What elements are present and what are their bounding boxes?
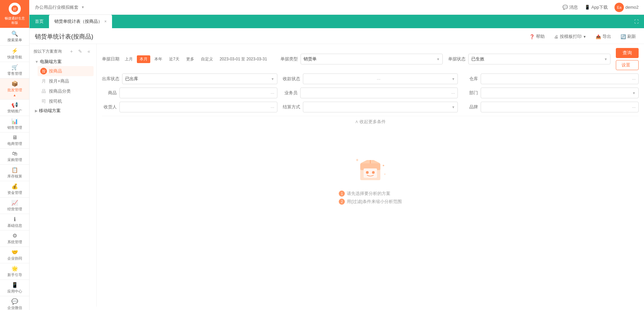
app-download-button[interactable]: 📱 App下载 xyxy=(585,4,608,10)
logo-icon: 好 xyxy=(9,3,21,15)
mobile-group-label: 移动端方案 xyxy=(39,108,61,114)
date-tab-last-month[interactable]: 上月 xyxy=(122,55,136,63)
collapse-panel-icon[interactable]: « xyxy=(86,48,92,55)
consignee-select[interactable]: ··· xyxy=(119,102,277,112)
dept-select[interactable]: ▼ xyxy=(481,88,639,98)
pc-tree-children: 按 按商品 月 按月+商品 品 按商品分类 xyxy=(32,66,94,106)
quick-nav-item[interactable]: ⚡ 快捷导航 xyxy=(0,46,29,62)
header-left: 办公用品行业模拟账套 ▼ xyxy=(35,4,85,10)
page-header: 销货单统计表(按商品) ❓ 帮助 🖨 按模板打印 ▼ 📤 导出 xyxy=(30,28,644,44)
retail-nav-item[interactable]: 🛒 零售管理 xyxy=(0,62,29,79)
svg-text:✦: ✦ xyxy=(384,173,386,176)
brand-label: 品牌 xyxy=(463,104,481,110)
main-area: 办公用品行业模拟账套 ▼ 💬 消息 📱 App下载 Ea demo2 首页 xyxy=(30,0,644,310)
refresh-button[interactable]: 🔄 刷新 xyxy=(618,32,639,41)
system-nav-item[interactable]: ⚙ 系统管理 xyxy=(0,230,29,247)
help-button[interactable]: ❓ 帮助 xyxy=(527,32,547,41)
warehouse-label: 仓库 xyxy=(463,76,481,82)
home-tab[interactable]: 首页 xyxy=(30,15,49,28)
avatar: Ea xyxy=(614,3,624,12)
svg-text:好: 好 xyxy=(13,7,16,11)
payment-select[interactable]: ▼ xyxy=(303,102,458,112)
doc-status-arrow: ▼ xyxy=(604,57,607,61)
industry-dropdown-icon[interactable]: ▼ xyxy=(81,5,85,9)
app-logo: 好 畅捷通好生意 标版 xyxy=(0,0,30,28)
finance-nav-item[interactable]: 💰 资金管理 xyxy=(0,181,29,198)
enterprise-nav-item[interactable]: 🤝 企业协同 xyxy=(0,247,29,263)
payment-label: 结算方式 xyxy=(283,104,303,110)
date-tab-7days[interactable]: 近7天 xyxy=(166,55,182,63)
purchase-nav-item[interactable]: 🛍 采购管理 xyxy=(0,149,29,165)
collapse-more-conditions[interactable]: ∧ 收起更多条件 xyxy=(102,116,639,127)
staff-cell: 业务员 ··· xyxy=(283,88,458,98)
refresh-icon: 🔄 xyxy=(621,34,626,39)
print-button[interactable]: 🖨 按模板打印 ▼ xyxy=(551,32,589,41)
doc-status-select[interactable]: 已生效 ▼ xyxy=(468,54,610,64)
staff-dots: ··· xyxy=(451,91,455,96)
settings-button[interactable]: 设置 xyxy=(616,60,639,70)
warehouse-dots: ··· xyxy=(632,76,636,82)
date-tab-this-year[interactable]: 本年 xyxy=(152,55,165,63)
wechat-nav-item[interactable]: 💬 企业微信 xyxy=(0,296,29,310)
pc-group-label: 电脑端方案 xyxy=(40,59,62,65)
brand-select[interactable]: ··· xyxy=(481,102,639,112)
scheme-item-category[interactable]: 品 按商品分类 xyxy=(38,86,94,96)
content-wrapper: 销货单统计表(按商品) ❓ 帮助 🖨 按模板打印 ▼ 📤 导出 xyxy=(30,28,644,310)
receive-status-cell: 收款状态 ··· ▼ xyxy=(283,73,458,84)
filter-row-2: 出库状态 已出库 ▼ 收款状态 ··· ▼ xyxy=(102,73,639,84)
query-button[interactable]: 查询 xyxy=(616,48,639,58)
tab-close-icon[interactable]: × xyxy=(104,19,107,24)
payment-cell: 结算方式 ▼ xyxy=(283,102,458,112)
user-profile-button[interactable]: Ea demo2 xyxy=(614,3,639,12)
tip-num-1: 1 xyxy=(339,191,345,197)
app-center-nav-item[interactable]: 📱 应用中心 xyxy=(0,280,29,296)
basic-info-nav-item[interactable]: ℹ 基础信息 xyxy=(0,214,29,230)
wholesale-nav-item[interactable]: 📦 批发管理 ▲ xyxy=(0,79,29,100)
message-icon: 💬 xyxy=(562,5,568,10)
out-status-select[interactable]: 已出库 ▼ xyxy=(122,73,277,84)
maximize-button[interactable]: ⛶ xyxy=(634,19,644,24)
out-status-label: 出库状态 xyxy=(102,76,122,82)
ecommerce-nav-item[interactable]: 🖥 电商管理 xyxy=(0,133,29,149)
search-menu-item[interactable]: 🔍 搜索菜单 xyxy=(0,28,29,46)
receive-status-arrow: ▼ xyxy=(451,77,455,81)
filter-row-3: 商品 ··· 业务员 ··· xyxy=(102,88,639,98)
staff-label: 业务员 xyxy=(283,90,300,96)
panel-title: 按以下方案查询 xyxy=(34,49,62,54)
doc-type-label: 单据类型 xyxy=(280,56,301,62)
goods-select[interactable]: ··· xyxy=(119,88,277,98)
scheme-item-goods[interactable]: 按 按商品 xyxy=(38,66,94,76)
date-range-display: 2023-03-01 至 2023-03-31 xyxy=(220,56,267,62)
export-icon: 📤 xyxy=(596,34,601,39)
marketing-nav-item[interactable]: 📢 营销推广 xyxy=(0,100,29,116)
inventory-nav-item[interactable]: 📋 库存核算 xyxy=(0,165,29,181)
receive-status-select[interactable]: ··· ▼ xyxy=(303,73,458,84)
sales-nav-item[interactable]: 📊 销售管理 xyxy=(0,116,29,133)
active-tab[interactable]: 销货单统计表（按商品） × xyxy=(49,15,112,28)
add-scheme-icon[interactable]: + xyxy=(68,48,75,55)
scheme-goods-icon: 按 xyxy=(40,68,47,74)
maximize-icon: ⛶ xyxy=(634,19,639,24)
date-tab-custom[interactable]: 自定义 xyxy=(198,55,216,63)
export-button[interactable]: 📤 导出 xyxy=(593,32,614,41)
top-header: 办公用品行业模拟账套 ▼ 💬 消息 📱 App下载 Ea demo2 xyxy=(30,0,644,15)
app-name: 畅捷通好生意 xyxy=(5,16,25,20)
warehouse-select[interactable]: ··· xyxy=(481,73,639,84)
scheme-item-driver[interactable]: 司 按司机 xyxy=(38,96,94,106)
brand-dots: ··· xyxy=(632,105,636,110)
app-subtitle: 标版 xyxy=(11,20,18,25)
pc-group-parent[interactable]: ▼ 电脑端方案 xyxy=(32,57,94,66)
message-button[interactable]: 💬 消息 xyxy=(562,4,578,10)
mobile-group-parent[interactable]: ▶ 移动端方案 xyxy=(32,106,94,115)
receive-status-label: 收款状态 xyxy=(283,76,303,82)
mobile-group-arrow: ▶ xyxy=(35,109,38,113)
doc-type-select[interactable]: 销货单 ▼ xyxy=(301,54,443,64)
staff-select[interactable]: ··· xyxy=(300,88,458,98)
date-tab-more[interactable]: 更多 xyxy=(183,55,197,63)
edit-scheme-icon[interactable]: ✎ xyxy=(77,48,84,55)
date-tab-this-month[interactable]: 本月 xyxy=(137,55,150,63)
svg-rect-5 xyxy=(364,168,377,178)
scheme-item-month-goods[interactable]: 月 按月+商品 xyxy=(38,76,94,86)
guide-nav-item[interactable]: 🌟 新手引导 xyxy=(0,263,29,280)
business-nav-item[interactable]: 📈 经营管理 xyxy=(0,198,29,214)
